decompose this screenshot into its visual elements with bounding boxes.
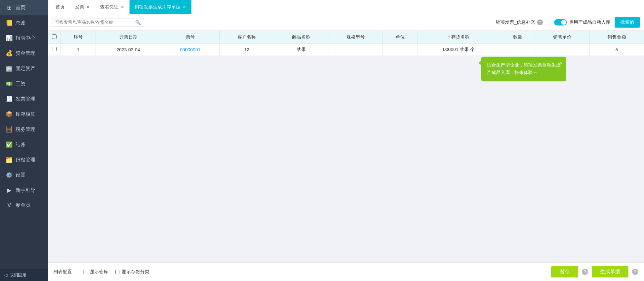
- ledger-icon: 📒: [6, 19, 13, 26]
- search-icon: 🔍: [135, 20, 141, 25]
- sidebar-item-inventory[interactable]: 📦 库存核算: [0, 107, 48, 122]
- undo-icon: ◁: [4, 273, 7, 278]
- tab-main[interactable]: 销项发票生成库存单据 ✕: [130, 0, 191, 14]
- header-spec: 规格型号: [328, 31, 383, 44]
- toolbar: 🔍 销项发票_信息补充 ? 启用产成品自动入库 批量输: [48, 14, 644, 31]
- sidebar-item-vip[interactable]: V 畅会员: [0, 198, 48, 213]
- row-product: 苹果: [274, 44, 328, 56]
- row-checkbox-cell: [48, 44, 61, 56]
- sidebar-item-settings[interactable]: ⚙️ 设置: [0, 167, 48, 183]
- row-inventory: 000001 苹果 个: [418, 44, 500, 56]
- row-amount: 5: [590, 44, 644, 56]
- tooltip-close-button[interactable]: ×: [560, 59, 563, 67]
- tab-home[interactable]: 首页: [51, 0, 70, 14]
- toggle-section: 启用产成品自动入库: [554, 19, 610, 25]
- table-header-row: 序号 开票日期 票号 客户名称 商品名称 规格型号 单位 * 存货名称 数量 销…: [48, 31, 644, 44]
- header-seq: 序号: [61, 31, 96, 44]
- sidebar-item-archive[interactable]: 🗂️ 归档管理: [0, 152, 48, 167]
- sidebar-item-payroll[interactable]: 💵 工资: [0, 76, 48, 91]
- show-category-checkbox[interactable]: [115, 270, 120, 274]
- finance-icon: 💰: [6, 50, 13, 57]
- batch-button[interactable]: 批量输: [615, 17, 640, 28]
- sidebar-item-ledger[interactable]: 📒 总账: [0, 15, 48, 30]
- row-ticket-no[interactable]: 00000001: [161, 44, 220, 56]
- show-category-checkbox-label[interactable]: 显示存货分类: [115, 269, 149, 275]
- row-seq: 1: [61, 44, 96, 56]
- select-all-checkbox[interactable]: [52, 34, 57, 39]
- guide-icon: ▶: [6, 187, 13, 194]
- header-customer: 客户名称: [220, 31, 274, 44]
- tab-main-close[interactable]: ✕: [183, 5, 186, 10]
- sidebar-item-invoice-mgmt[interactable]: 🧾 发票管理: [0, 91, 48, 107]
- inventory-icon: 📦: [6, 111, 13, 117]
- payroll-icon: 💵: [6, 80, 13, 87]
- undo-fixed-button[interactable]: ◁ 取消固定: [0, 269, 48, 281]
- header-amount: 销售金额: [590, 31, 644, 44]
- row-unit-price: [535, 44, 590, 56]
- sidebar-item-settlement[interactable]: ✅ 结账: [0, 137, 48, 152]
- generate-button[interactable]: 生成单据: [592, 266, 628, 277]
- sidebar: ⊞ 首页 📒 总账 📊 报表中心 💰 资金管理 🏢 固定资产 💵 工资 🧾 发票…: [0, 0, 48, 281]
- tab-bar: 首页 发票 ✕ 查看凭证 ✕ 销项发票生成库存单据 ✕: [48, 0, 644, 14]
- table-row: 1 2023-03-04 00000001 12 苹果 000001 苹果 个 …: [48, 44, 644, 56]
- row-customer: 12: [220, 44, 274, 56]
- sidebar-item-home[interactable]: ⊞ 首页: [0, 0, 48, 15]
- archive-icon: 🗂️: [6, 156, 13, 163]
- auto-warehouse-toggle[interactable]: [554, 19, 567, 25]
- search-box[interactable]: 🔍: [52, 18, 144, 27]
- save-help-icon[interactable]: ?: [582, 269, 588, 275]
- header-unit-price: 销售单价: [535, 31, 590, 44]
- assets-icon: 🏢: [6, 65, 13, 72]
- tax-icon: 🧮: [6, 126, 13, 133]
- tab-voucher[interactable]: 查看凭证 ✕: [95, 0, 130, 14]
- info-label: 销项发票_信息补充 ?: [496, 19, 543, 25]
- info-icon[interactable]: ?: [537, 19, 543, 25]
- row-checkbox[interactable]: [52, 47, 57, 51]
- row-unit: [383, 44, 418, 56]
- tab-voucher-close[interactable]: ✕: [121, 5, 124, 10]
- header-ticket-no: 票号: [161, 31, 220, 44]
- vip-icon: V: [6, 202, 13, 208]
- header-product: 商品名称: [274, 31, 328, 44]
- home-icon: ⊞: [6, 4, 13, 11]
- row-spec: [328, 44, 383, 56]
- tab-invoice-close[interactable]: ✕: [86, 5, 90, 10]
- main-area: 首页 发票 ✕ 查看凭证 ✕ 销项发票生成库存单据 ✕ 🔍 销项发票_信息补充 …: [48, 0, 644, 281]
- sidebar-item-assets[interactable]: 🏢 固定资产: [0, 61, 48, 76]
- tab-invoice[interactable]: 发票 ✕: [70, 0, 95, 14]
- show-warehouse-checkbox-label[interactable]: 显示仓库: [84, 269, 108, 275]
- list-config-label: 列表配置：: [53, 269, 76, 275]
- bottom-actions: 暂存 ? 生成单据 ?: [551, 266, 638, 277]
- row-date: 2023-03-04: [96, 44, 161, 56]
- sidebar-item-tax[interactable]: 🧮 税务管理: [0, 122, 48, 137]
- header-unit: 单位: [383, 31, 418, 44]
- reports-icon: 📊: [6, 35, 13, 41]
- search-input[interactable]: [55, 20, 133, 25]
- data-table: 序号 开票日期 票号 客户名称 商品名称 规格型号 单位 * 存货名称 数量 销…: [48, 31, 644, 56]
- tooltip-popup: × 适合生产型企业，销项发票自动生成产成品入库，快来体验～: [481, 57, 566, 81]
- header-inventory: * 存货名称: [418, 31, 500, 44]
- header-date: 开票日期: [96, 31, 161, 44]
- header-quantity: 数量: [500, 31, 535, 44]
- invoice-icon: 🧾: [6, 96, 13, 102]
- header-checkbox-cell: [48, 31, 61, 44]
- settings-icon: ⚙️: [6, 172, 13, 178]
- settlement-icon: ✅: [6, 141, 13, 148]
- sidebar-item-guide[interactable]: ▶ 新手引导: [0, 183, 48, 198]
- save-button[interactable]: 暂存: [551, 266, 578, 277]
- content-wrapper: 🔍 销项发票_信息补充 ? 启用产成品自动入库 批量输: [48, 14, 644, 281]
- sidebar-item-reports[interactable]: 📊 报表中心: [0, 30, 48, 46]
- row-quantity: [500, 44, 535, 56]
- show-warehouse-checkbox[interactable]: [84, 270, 88, 274]
- generate-help-icon[interactable]: ?: [632, 269, 638, 275]
- bottom-bar: 列表配置： 显示仓库 显示存货分类 暂存 ? 生成单据 ?: [48, 262, 644, 281]
- sidebar-item-finance[interactable]: 💰 资金管理: [0, 46, 48, 61]
